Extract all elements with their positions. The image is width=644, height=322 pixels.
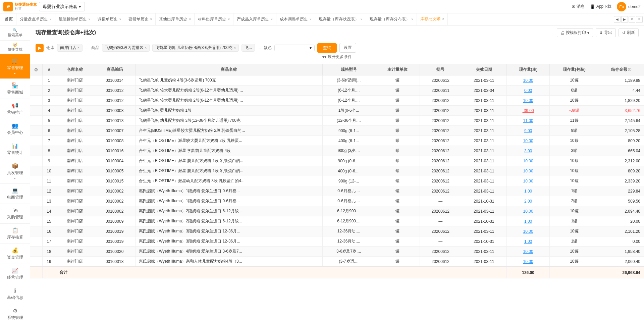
finance-icon: 💰 — [12, 247, 18, 254]
row-stock-main[interactable]: 10.00 — [507, 247, 549, 257]
row-balance: 0.00 — [599, 236, 644, 247]
row-stock-main[interactable]: 10.00 — [507, 75, 549, 86]
row-stock-main[interactable]: 1.00 — [507, 216, 549, 226]
row-unit: 罐 — [375, 186, 420, 196]
product-tag-2-close[interactable]: × — [234, 46, 236, 50]
product-tag-1[interactable]: 飞鹤奶粉3段丙需搭装 × — [102, 44, 150, 52]
template-print-btn[interactable]: 🖨 按模板打印 ▾ — [557, 28, 593, 37]
sidebar-item-basic[interactable]: ℹ 基础信息 — [0, 284, 30, 304]
row-stock-main[interactable]: 10.00 — [507, 156, 549, 166]
close-icon[interactable]: × — [271, 17, 273, 21]
tab-chenbengtiaozhen[interactable]: 成本调整单历史 × — [276, 13, 315, 25]
app-download-btn[interactable]: 📱 App下载 — [590, 4, 611, 9]
table-row: 2 南岸门店 00100012 飞鹤星飞帆 较大婴儿配方奶粉 2段(6-12个月… — [30, 86, 644, 96]
tab-chanchengpinruku[interactable]: 产成品入库单历史 × — [233, 13, 276, 25]
row-unit: 罐 — [375, 206, 420, 216]
row-expire: 2021-03-11 — [461, 156, 507, 166]
row-stock-main[interactable]: 10.00 — [507, 166, 549, 176]
sidebar-search[interactable]: 🔍 搜索英单 — [0, 25, 30, 41]
settings-icon[interactable]: ⚙ — [34, 67, 38, 72]
row-stock-main[interactable]: 10.00 — [507, 206, 549, 216]
sidebar-quick-nav[interactable]: 🧭 快捷导航 — [0, 41, 30, 54]
table-row: 17 南岸门店 00100019 惠氏启赋（Wyeth illuma）3段奶粉 … — [30, 236, 644, 247]
color-select[interactable]: ▾ — [274, 45, 315, 51]
close-icon[interactable]: × — [89, 17, 91, 21]
tab-nav-left[interactable]: ◀ — [614, 16, 621, 23]
close-icon[interactable]: × — [228, 17, 230, 21]
close-icon[interactable]: × — [189, 17, 191, 21]
row-batch: — — [420, 236, 461, 247]
tab-xiancunfenbu[interactable]: 现存量（库存分布表） × — [366, 13, 417, 25]
product-tag-2[interactable]: 飞鹤星飞帆 儿童奶粉 4段(3-6岁适用) 700克 × — [152, 44, 239, 52]
sidebar-item-mall[interactable]: 🏪 零售商城 — [0, 79, 30, 99]
tab-zuzhangchaijian[interactable]: 组装拆卸单历史 × — [55, 13, 94, 25]
org-selector[interactable]: 母婴行业演示账套 ▾ — [39, 2, 85, 11]
tab-qitachuku[interactable]: 其他出库单历史 × — [156, 13, 195, 25]
sidebar-item-system[interactable]: ⚙ 系统管理 — [0, 304, 30, 322]
expand-more-btn[interactable]: ▾▾ 展开更多条件 — [36, 53, 639, 61]
row-stock-main[interactable]: 0.00 — [507, 86, 549, 96]
row-stock-main[interactable]: 10.00 — [507, 257, 549, 267]
tab-nav-close[interactable]: × — [629, 16, 635, 23]
close-icon[interactable]: × — [310, 17, 312, 21]
row-stock-main[interactable]: 11.00 — [507, 116, 549, 126]
row-name: 飞鹤星飞帆 儿童奶粉 4段(3-6岁适用) 700克 — [135, 75, 323, 86]
sidebar-item-retail-stats[interactable]: 📊 零售统计 — [0, 139, 30, 159]
tab-yaohuo[interactable]: 要货单历史 × — [125, 13, 156, 25]
info-icon[interactable]: ⓘ — [628, 68, 631, 71]
tab-nav-right[interactable]: ▶ — [621, 16, 628, 23]
tab-fenliangpandian[interactable]: 分量盘点单历史 × — [16, 13, 55, 25]
product-filter-label: 商品 — [91, 45, 99, 51]
close-icon[interactable]: × — [361, 17, 363, 21]
row-stock-main[interactable]: 1.00 — [507, 236, 549, 247]
tab-xiancunzhuangtai[interactable]: 现存量（库存状况表） × — [315, 13, 366, 25]
row-stock-main[interactable]: 9.00 — [507, 126, 549, 136]
row-stock-main[interactable]: 10.00 — [507, 96, 549, 106]
settings-btn[interactable]: 设置 — [339, 43, 356, 53]
warehouse-tag[interactable]: 南岸门店 × — [57, 44, 83, 52]
tab-cailiaochuku[interactable]: 材料出库单历史 × — [195, 13, 233, 25]
row-stock-main[interactable]: 10.00 — [507, 226, 549, 236]
row-stock-main[interactable]: 10.00 — [507, 136, 549, 146]
row-stock-main[interactable]: 2.00 — [507, 196, 549, 206]
row-batch: 20200612 — [420, 247, 461, 257]
sidebar-item-marketing[interactable]: 📢 营销推广 — [0, 99, 30, 119]
close-icon[interactable]: × — [412, 17, 414, 21]
message-btn[interactable]: ✉ 消息 — [572, 4, 585, 9]
close-icon[interactable]: × — [50, 17, 52, 21]
close-icon[interactable]: × — [150, 17, 152, 21]
row-settings — [30, 186, 42, 196]
sidebar-item-operations[interactable]: 📈 经营管理 — [0, 264, 30, 284]
row-unit: 罐 — [375, 146, 420, 156]
refresh-btn[interactable]: ↺ 刷新 — [619, 28, 639, 37]
row-stock-main[interactable]: 1.00 — [507, 186, 549, 196]
tab-nav-menu[interactable]: ≡ — [636, 16, 643, 23]
product-tag-3[interactable]: 飞... — [241, 44, 255, 52]
row-expire: 2021-03-11 — [461, 176, 507, 186]
row-stock-main[interactable]: 3.00 — [507, 146, 549, 156]
close-icon[interactable]: × — [442, 17, 444, 21]
row-stock-main[interactable]: 10.00 — [507, 176, 549, 186]
query-btn[interactable]: 查询 — [317, 43, 337, 53]
tab-picicizhan[interactable]: 库存批次账 × — [417, 13, 448, 25]
sidebar-item-finance[interactable]: 💰 资金管理 — [0, 244, 30, 264]
table-row: 16 南岸门店 00100019 惠氏启赋（Wyeth illuma）3段奶粉 … — [30, 226, 644, 236]
sidebar-item-ecommerce[interactable]: 💻 电商管理 — [0, 184, 30, 204]
product-tag-1-close[interactable]: × — [145, 46, 147, 50]
filter-expand-btn[interactable]: ▶ — [36, 44, 44, 52]
col-settings-header[interactable]: ⚙ — [30, 64, 42, 75]
tab-diaobodanlishi[interactable]: 调拨单历史 × — [94, 13, 125, 25]
sidebar-item-wholesale[interactable]: 📦 批发管理 ▾ — [0, 159, 30, 184]
tab-home[interactable]: 首页 — [1, 13, 16, 25]
close-icon[interactable]: × — [119, 17, 121, 21]
user-area[interactable]: Ea demo2 — [617, 2, 641, 11]
sidebar-item-member[interactable]: 👥 会员中心 — [0, 119, 30, 139]
export-btn[interactable]: ⬇ 导出 — [596, 28, 616, 37]
sidebar-item-inventory[interactable]: 📋 库存核算 — [0, 224, 30, 244]
sidebar-item-retail[interactable]: 🛒 零售管理 ▾ — [0, 54, 30, 79]
row-spec: 1段(0-6个... — [323, 106, 375, 116]
sidebar-item-purchase[interactable]: 🛍 采购管理 — [0, 204, 30, 224]
row-unit: 罐 — [375, 75, 420, 86]
warehouse-tag-close[interactable]: × — [77, 46, 79, 50]
row-stock-main[interactable]: -39.00 — [507, 106, 549, 116]
